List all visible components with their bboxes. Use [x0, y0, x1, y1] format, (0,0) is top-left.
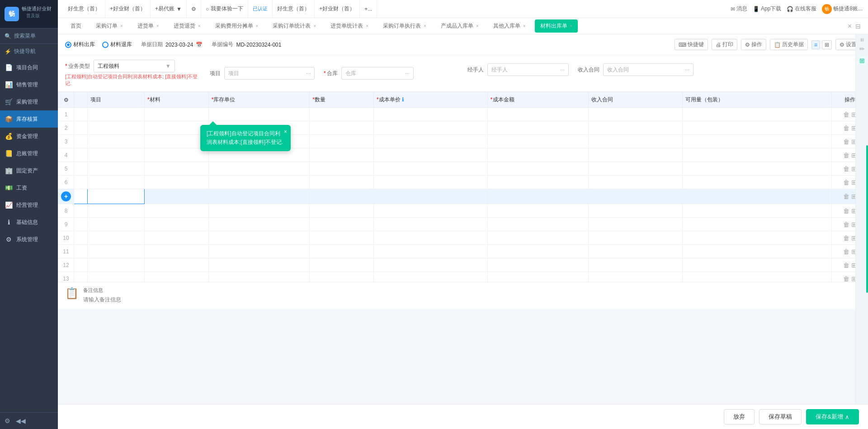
history-btn[interactable]: 📋 历史单据 [770, 39, 808, 50]
tab-finished-stock-close[interactable]: × [476, 24, 479, 29]
topnav-app-download[interactable]: 📱 App下载 [753, 5, 781, 13]
tab-close-all-icon[interactable]: × [848, 22, 852, 30]
sidebar-item-ledger[interactable]: 📒 总账管理 [0, 145, 58, 162]
history-icon: 📋 [774, 42, 781, 48]
tab-purchase-order-close[interactable]: × [120, 24, 123, 29]
print-btn[interactable]: 🖨 打印 [712, 39, 737, 50]
project-input[interactable]: 项目 ··· [224, 67, 315, 80]
sidebar-item-sales[interactable]: 📊 销售管理 [0, 76, 58, 93]
delete-row-icon[interactable]: 🗑 [843, 221, 849, 228]
cost-price-info-icon[interactable]: ℹ [402, 96, 404, 103]
sidebar-item-system[interactable]: ⚙ 系统管理 [0, 231, 58, 248]
sidebar-item-assets[interactable]: 🏢 固定资产 [0, 162, 58, 179]
warehouse-input[interactable]: 仓库 ··· [341, 67, 414, 80]
tab-incoming-close[interactable]: × [156, 24, 159, 29]
delete-row-icon[interactable]: 🗑 [843, 262, 849, 269]
assets-icon: 🏢 [5, 167, 13, 175]
right-panel-icon-1[interactable]: ≡ [859, 38, 866, 42]
tooltip-close-btn[interactable]: × [284, 128, 287, 136]
right-panel-icon-2[interactable]: ✏ [859, 45, 865, 52]
operation-btn[interactable]: ⚙ 操作 [741, 39, 766, 50]
sidebar-settings-icon[interactable]: ⚙ [5, 417, 10, 424]
tab-finished-stock[interactable]: 产成品入库单 × [435, 19, 484, 33]
right-panel-icon-3[interactable]: ⊞ [859, 56, 866, 65]
delete-row-icon[interactable]: 🗑 [843, 234, 849, 242]
topnav-experience[interactable]: ○ 我要体验一下 [201, 0, 248, 18]
sidebar: 畅 畅捷通好业财 普及版 🔍 搜索菜单 ⚡ 快捷导航 📄 项目合同 📊 销售管理… [0, 0, 58, 429]
tab-material-out[interactable]: 材料出库单 × [535, 19, 578, 33]
topnav-haoyecai[interactable]: +好业财（首） [105, 0, 151, 18]
salary-icon: 💵 [5, 184, 13, 192]
save-new-btn[interactable]: 保存&新增 ∧ [806, 409, 859, 424]
tab-purchase-exec-close[interactable]: × [424, 24, 426, 29]
delete-row-icon[interactable]: 🗑 [843, 152, 849, 159]
delete-row-icon[interactable]: 🗑 [843, 207, 849, 214]
tab-incoming-return-close[interactable]: × [198, 24, 201, 29]
delete-row-icon[interactable]: 🗑 [843, 248, 849, 255]
sidebar-collapse-icon[interactable]: ◀◀ [16, 417, 26, 424]
tab-purchase-stats-close[interactable]: × [313, 24, 316, 29]
sidebar-item-search[interactable]: 🔍 搜索菜单 [0, 29, 58, 44]
topnav-haoyecai2[interactable]: +好业财（首） [315, 0, 360, 18]
topnav-settings[interactable]: ⚙ [187, 0, 201, 18]
income-contract-input[interactable]: 收入合同 ··· [603, 63, 693, 76]
topnav-online-service[interactable]: 🎧 在线客服 [787, 5, 816, 13]
delete-row-icon[interactable]: 🗑 [843, 111, 849, 118]
sidebar-item-operations[interactable]: 📈 经营管理 [0, 196, 58, 214]
agent-placeholder: 经手人 [491, 66, 508, 74]
sidebar-item-quicknav[interactable]: ⚡ 快捷导航 [0, 44, 58, 59]
shortcut-btn[interactable]: ⌨ 快捷键 [675, 39, 708, 50]
tab-purchase-stats[interactable]: 采购订单统计表 × [267, 19, 321, 33]
sidebar-item-inventory[interactable]: 📦 库存核算 [0, 110, 58, 128]
agent-input[interactable]: 经手人 ··· [487, 63, 569, 76]
tab-other-stock[interactable]: 其他入库单 × [488, 19, 531, 33]
tab-minimize-icon[interactable]: ⊟ [855, 23, 861, 30]
delete-row-icon[interactable]: 🗑 [843, 138, 849, 145]
tab-incoming-return[interactable]: 进货退货 × [168, 19, 206, 33]
sidebar-inventory-label: 库存核算 [16, 115, 38, 123]
discard-btn[interactable]: 放弃 [724, 409, 755, 424]
tab-purchase-exec[interactable]: 采购订单执行表 × [377, 19, 432, 33]
topnav-haoshengyi[interactable]: 好生意（首） [63, 0, 105, 18]
topnav-yidaizhang[interactable]: +易代账 ▼ [151, 0, 187, 18]
radio-material-out[interactable]: 材料出库 [65, 41, 95, 48]
radio-material-return-label: 材料退库 [110, 41, 132, 48]
sidebar-item-project[interactable]: 📄 项目合同 [0, 59, 58, 76]
tab-purchase-expense[interactable]: 采购费用分摊单 × [210, 19, 264, 33]
delete-row-icon[interactable]: 🗑 [843, 179, 849, 186]
table-settings-header[interactable]: ⚙ [58, 92, 74, 108]
sidebar-project-label: 项目合同 [16, 64, 38, 72]
notes-input[interactable] [83, 295, 151, 305]
tab-purchase-order[interactable]: 采购订单 × [90, 19, 128, 33]
tab-purchase-expense-close[interactable]: × [256, 24, 259, 29]
add-row-btn[interactable]: + [61, 191, 71, 201]
sidebar-item-basic-info[interactable]: ℹ 基础信息 [0, 214, 58, 231]
topnav-more[interactable]: +... [360, 0, 377, 18]
topnav-user-avatar[interactable]: 畅 畅捷通8账... [822, 4, 863, 14]
sidebar-item-salary[interactable]: 💵 工资 [0, 179, 58, 196]
calendar-icon[interactable]: 📅 [196, 42, 203, 48]
tab-home[interactable]: 首页 [65, 19, 87, 33]
tab-incoming-stats[interactable]: 进货单统计表 × [325, 19, 374, 33]
save-draft-btn[interactable]: 保存草稿 [759, 409, 802, 424]
list-view-icon[interactable]: ≡ [811, 40, 820, 49]
finance-icon: 💰 [5, 132, 13, 140]
grid-view-icon[interactable]: ⊞ [822, 40, 832, 49]
delete-row-icon[interactable]: 🗑 [843, 124, 849, 132]
tab-other-stock-close[interactable]: × [523, 24, 526, 29]
sidebar-salary-label: 工资 [16, 184, 27, 192]
radio-material-return[interactable]: 材料退库 [102, 41, 132, 48]
tab-incoming[interactable]: 进货单 × [132, 19, 165, 33]
topnav-haoshengyi2[interactable]: 好生意（首） [273, 0, 315, 18]
shortcut-label: 快捷键 [688, 41, 704, 48]
tab-material-out-close[interactable]: × [570, 24, 573, 29]
tab-incoming-stats-close[interactable]: × [366, 24, 368, 29]
sidebar-item-finance[interactable]: 💰 资金管理 [0, 128, 58, 145]
sidebar-item-purchase[interactable]: 🛒 采购管理 [0, 93, 58, 110]
delete-row-icon[interactable]: 🗑 [843, 193, 849, 200]
sidebar-logo: 畅 畅捷通好业财 普及版 [0, 0, 58, 29]
business-type-input[interactable]: 工程领料 ▼ [94, 60, 175, 72]
delete-row-icon[interactable]: 🗑 [843, 275, 849, 282]
delete-row-icon[interactable]: 🗑 [843, 165, 849, 172]
topnav-message[interactable]: ✉ 消息 [731, 5, 747, 13]
